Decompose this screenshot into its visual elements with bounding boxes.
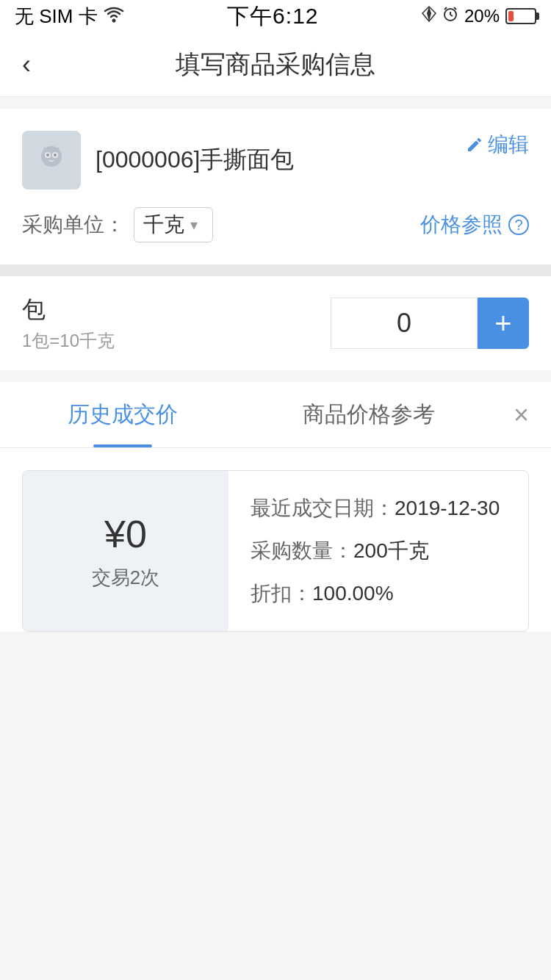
tab-section: 历史成交价 商品价格参考 × ¥0 交易2次 最近成交日期：2019-12-30… <box>0 382 551 632</box>
edit-button[interactable]: 编辑 <box>466 131 529 159</box>
quantity-conversion: 1包=10千克 <box>22 329 115 353</box>
price-ref-button[interactable]: 价格参照 ? <box>420 211 529 239</box>
svg-point-6 <box>41 146 62 167</box>
alarm-icon <box>442 6 458 26</box>
history-details: 最近成交日期：2019-12-30 采购数量：200千克 折扣：100.00% <box>228 471 528 631</box>
discount-value: 100.00% <box>312 582 394 605</box>
tab-history-price[interactable]: 历史成交价 <box>0 382 245 447</box>
gps-icon <box>422 6 436 26</box>
tab-history-label: 历史成交价 <box>68 402 178 426</box>
dropdown-arrow-icon: ▾ <box>190 216 198 234</box>
price-yuan-symbol: ¥ <box>104 513 126 555</box>
tab-close-button[interactable]: × <box>491 400 551 430</box>
product-image <box>22 131 81 190</box>
tab-product-label: 商品价格参考 <box>303 402 435 426</box>
purchase-qty-label: 采购数量： <box>251 539 353 562</box>
status-time: 下午6:12 <box>227 1 318 32</box>
nav-bar: ‹ 填写商品采购信息 <box>0 32 551 97</box>
battery-icon <box>505 8 536 24</box>
svg-line-3 <box>450 15 453 16</box>
recent-date-row: 最近成交日期：2019-12-30 <box>251 493 506 524</box>
unit-value: 千克 <box>143 211 184 239</box>
svg-point-10 <box>54 154 57 156</box>
svg-point-9 <box>46 154 49 156</box>
edit-label: 编辑 <box>488 131 529 159</box>
history-card: ¥0 交易2次 最近成交日期：2019-12-30 采购数量：200千克 折扣：… <box>22 470 529 632</box>
tab-product-price[interactable]: 商品价格参考 <box>245 382 491 447</box>
product-info: [0000006]手撕面包 <box>22 131 294 190</box>
quantity-plus-button[interactable]: + <box>478 298 529 349</box>
purchase-qty-value: 200千克 <box>353 539 429 562</box>
quantity-input[interactable] <box>331 298 478 349</box>
battery-percent: 20% <box>464 6 500 26</box>
product-header: [0000006]手撕面包 编辑 <box>22 131 529 190</box>
unit-select[interactable]: 千克 ▾ <box>134 207 213 242</box>
quantity-input-group: + <box>331 298 529 349</box>
discount-label: 折扣： <box>251 582 312 605</box>
content-area <box>0 654 551 980</box>
status-right: 20% <box>422 6 536 26</box>
trade-count: 交易2次 <box>92 565 159 591</box>
status-left: 无 SIM 卡 <box>15 4 124 29</box>
status-bar: 无 SIM 卡 下午6:12 <box>0 0 551 32</box>
recent-date-value: 2019-12-30 <box>395 497 500 519</box>
quantity-row: 包 1包=10千克 + <box>0 276 551 370</box>
svg-line-5 <box>454 7 456 10</box>
carrier-text: 无 SIM 卡 <box>15 4 98 29</box>
page-title: 填写商品采购信息 <box>176 48 375 82</box>
product-name: [0000006]手撕面包 <box>96 144 294 176</box>
price-amount: 0 <box>126 513 147 555</box>
discount-row: 折扣：100.00% <box>251 578 506 609</box>
svg-point-0 <box>112 18 115 22</box>
quantity-label: 包 1包=10千克 <box>22 294 115 353</box>
svg-line-4 <box>444 7 447 10</box>
recent-date-label: 最近成交日期： <box>251 497 395 519</box>
history-price: ¥0 <box>104 512 147 556</box>
unit-label: 采购单位： <box>22 211 125 239</box>
section-divider <box>0 264 551 276</box>
price-ref-help-icon: ? <box>508 215 529 235</box>
wifi-icon <box>104 5 124 28</box>
tab-bar: 历史成交价 商品价格参考 × <box>0 382 551 448</box>
product-card: [0000006]手撕面包 编辑 采购单位： 千克 ▾ 价格参照 ? <box>0 109 551 264</box>
history-price-section: ¥0 交易2次 <box>23 471 228 631</box>
price-ref-label: 价格参照 <box>420 211 503 239</box>
purchase-qty-row: 采购数量：200千克 <box>251 536 506 566</box>
back-button[interactable]: ‹ <box>22 42 46 87</box>
quantity-unit: 包 <box>22 294 115 326</box>
unit-row: 采购单位： 千克 ▾ 价格参照 ? <box>22 207 529 242</box>
